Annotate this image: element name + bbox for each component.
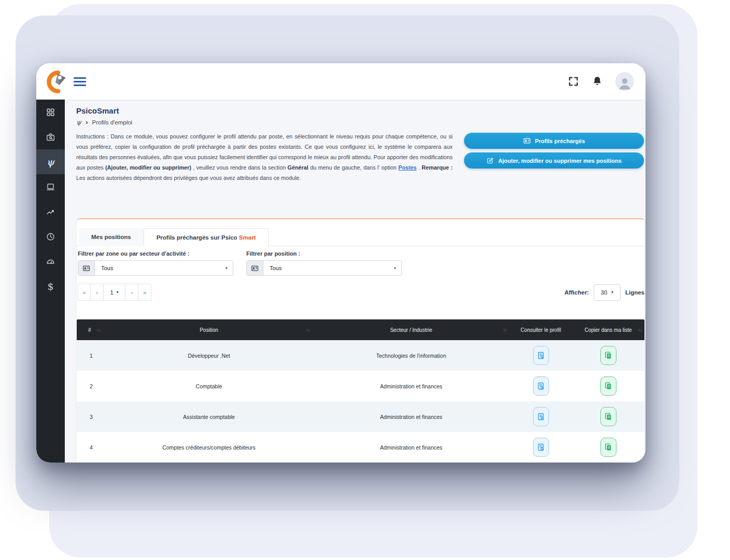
sidebar-item-recherche[interactable]	[36, 124, 65, 149]
column-header-label: #	[88, 327, 91, 333]
position-cell: Assistante comptable	[105, 414, 313, 420]
pagination-page-select[interactable]: 1 ▾	[104, 284, 125, 301]
sort-arrows-icon[interactable]: ↑↓	[306, 328, 311, 332]
manage-positions-label: Ajouter, modifier ou supprimer mes posit…	[498, 158, 622, 164]
consult-profile-button[interactable]	[533, 346, 549, 365]
position-cell: Développeur .Net	[105, 353, 313, 359]
caret-down-icon: ▾	[611, 290, 613, 295]
notifications-bell-icon[interactable]	[592, 76, 603, 87]
positions-table: #↑↓Position↑↓Secteur / Industrie↑↓Consul…	[77, 319, 644, 463]
tab-mes-positions[interactable]: Mes positions	[79, 228, 144, 246]
column-header: Consulter le profil	[510, 319, 572, 340]
psi-icon: ψ	[47, 157, 54, 167]
consult-cell	[510, 438, 572, 457]
document-search-icon	[537, 412, 545, 421]
laptop-icon	[46, 182, 55, 192]
instructions-span: du menu de gauche, dans l' option	[308, 164, 398, 171]
zone-filter-value: Tous	[95, 265, 225, 271]
instructions-bold-text: (Ajouter, modifier ou supprimer)	[105, 164, 191, 171]
rows-per-page-value: 30	[601, 289, 607, 296]
pagination: « ‹ 1 ▾ › »	[78, 284, 151, 301]
tab-precharges-label: Profils préchargés sur Psico	[157, 234, 239, 241]
consult-profile-button[interactable]	[533, 438, 549, 457]
preloaded-profiles-button[interactable]: Profils préchargés	[464, 133, 644, 149]
gauge-icon	[46, 257, 55, 267]
tabs: Mes positions Profils préchargés sur Psi…	[77, 228, 644, 246]
consult-cell	[510, 346, 572, 365]
copy-cell	[572, 346, 644, 365]
sidebar-item-historique[interactable]	[36, 224, 65, 249]
position-filter-select[interactable]: Tous ▾	[246, 260, 402, 276]
column-header[interactable]: Position↑↓	[105, 319, 313, 340]
column-header-label: Copier dans ma liste	[584, 327, 631, 333]
table-row: 1Développeur .NetTechnologies de l'infor…	[77, 340, 644, 371]
app-window: ψ $	[36, 63, 645, 463]
position-filter-value: Tous	[263, 265, 394, 271]
sidebar-item-facturation[interactable]: $	[36, 274, 65, 299]
dollar-icon: $	[47, 282, 53, 291]
copy-to-list-button[interactable]	[600, 407, 616, 426]
topbar	[36, 63, 645, 100]
column-header-label: Position	[200, 327, 218, 333]
pagination-prev-button[interactable]: ‹	[91, 284, 104, 301]
sidebar-item-dashboard[interactable]	[36, 100, 65, 124]
column-header[interactable]: Copier dans ma liste↑↓	[572, 319, 644, 340]
sort-arrows-icon[interactable]: ↑↓	[97, 328, 102, 332]
user-avatar[interactable]	[615, 72, 634, 91]
app-logo-icon	[45, 69, 68, 93]
pagination-last-button[interactable]: »	[138, 284, 151, 301]
trend-chart-icon	[46, 207, 55, 217]
zone-filter-select[interactable]: Tous ▾	[78, 260, 233, 276]
page: ψ $	[0, 0, 730, 560]
copy-to-list-button[interactable]	[600, 438, 616, 457]
id-card-icon	[78, 261, 95, 275]
consult-cell	[510, 376, 572, 396]
consult-profile-button[interactable]	[533, 376, 549, 396]
document-search-icon	[537, 443, 545, 452]
grid-icon	[46, 107, 55, 117]
position-cell: Comptes créditeurs/comptes débiteurs	[105, 444, 313, 451]
consult-profile-button[interactable]	[533, 407, 549, 426]
page-title: PsicoSmart	[76, 106, 119, 115]
sidebar-item-tests[interactable]	[36, 174, 65, 199]
tab-profils-precharges[interactable]: Profils préchargés sur Psico Smart	[144, 228, 269, 246]
copy-to-list-button[interactable]	[600, 376, 616, 396]
breadcrumb-psi-icon: ψ	[76, 118, 81, 126]
column-header-label: Consulter le profil	[521, 327, 561, 333]
copy-to-list-button[interactable]	[600, 346, 616, 365]
table-row: 2ComptableAdministration et finances	[77, 371, 644, 401]
caret-down-icon: ▾	[394, 265, 401, 271]
caret-down-icon: ▾	[117, 290, 119, 295]
copy-document-icon	[604, 351, 613, 360]
row-number-cell: 2	[77, 383, 105, 389]
edit-square-icon	[486, 157, 494, 164]
document-search-icon	[537, 382, 545, 390]
pagination-first-button[interactable]: «	[78, 284, 91, 301]
manage-positions-button[interactable]: Ajouter, modifier ou supprimer mes posit…	[464, 152, 644, 169]
instructions-bold-text: Général	[288, 164, 308, 171]
menu-toggle-icon[interactable]	[74, 77, 86, 86]
sidebar-item-profils[interactable]: ψ	[36, 149, 65, 174]
breadcrumb-label: Profils d'emploi	[92, 119, 133, 125]
column-header[interactable]: #↑↓	[77, 319, 105, 340]
column-header[interactable]: Secteur / Industrie↑↓	[313, 319, 510, 340]
row-number-cell: 1	[77, 353, 105, 359]
pagination-next-button[interactable]: ›	[125, 284, 138, 301]
instructions-span: Les actions autorisées dépendront des pr…	[76, 175, 301, 181]
sort-arrows-icon[interactable]: ↑↓	[503, 328, 508, 332]
clock-icon	[46, 232, 55, 242]
sector-cell: Technologies de l'information	[313, 353, 510, 359]
table-header-row: #↑↓Position↑↓Secteur / Industrie↑↓Consul…	[77, 319, 644, 340]
table-row: 3Assistante comptableAdministration et f…	[77, 401, 644, 432]
sidebar-item-performance[interactable]	[36, 249, 65, 274]
sort-arrows-icon[interactable]: ↑↓	[638, 328, 642, 332]
instructions-text: Instructions : Dans ce module, vous pouv…	[76, 131, 453, 183]
chevron-right-icon: ›	[86, 119, 88, 125]
sidebar-item-resultats[interactable]	[36, 199, 65, 224]
rows-per-page-select[interactable]: 30 ▾	[594, 284, 621, 301]
postes-link[interactable]: Postes	[398, 164, 416, 171]
breadcrumb: ψ › Profils d'emploi	[76, 118, 132, 126]
copy-cell	[572, 438, 644, 457]
briefcase-search-icon	[46, 132, 55, 142]
fullscreen-icon[interactable]	[568, 76, 579, 87]
